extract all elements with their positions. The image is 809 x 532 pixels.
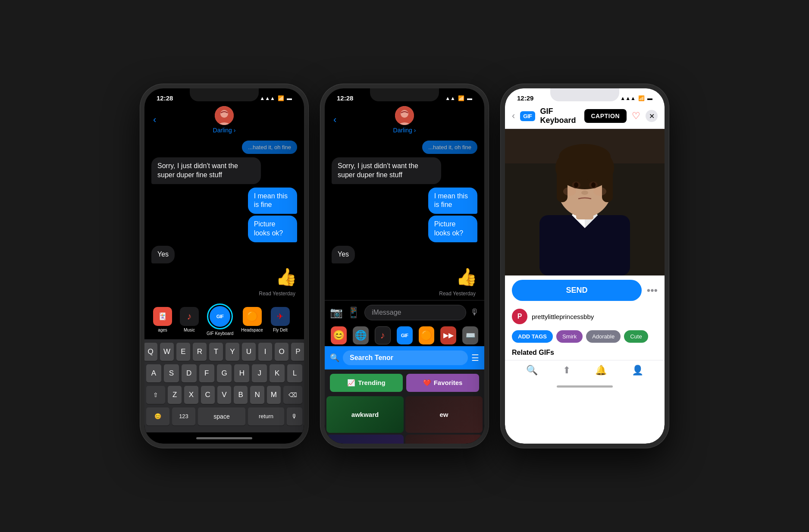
key-u[interactable]: U bbox=[242, 343, 256, 361]
app-icon-gif-2[interactable]: GIF bbox=[397, 326, 413, 344]
svg-point-1 bbox=[220, 110, 228, 118]
user-info-3: P prettylittleprincessbby bbox=[505, 305, 665, 328]
app-icon-headspace-2[interactable]: 🟠 bbox=[419, 326, 435, 344]
key-shift[interactable]: ⇧ bbox=[146, 386, 165, 404]
app-item-fly-1[interactable]: ✈ Fly Delt bbox=[271, 307, 290, 332]
app-icon-globe-2[interactable]: 🌐 bbox=[353, 326, 369, 344]
key-h[interactable]: H bbox=[234, 364, 249, 382]
close-button-3[interactable]: ✕ bbox=[646, 110, 658, 122]
key-k[interactable]: K bbox=[270, 364, 285, 382]
phone-3-inner: 12:29 ▲▲▲ 📶 ▬ ‹ GIF GIF Keyboard CAPTION… bbox=[505, 88, 665, 444]
app-item-headspace-1[interactable]: 🟠 Headspace bbox=[241, 307, 263, 332]
contact-1[interactable]: Darling › bbox=[213, 106, 236, 134]
app-label-headspace-1: Headspace bbox=[241, 328, 263, 332]
key-i[interactable]: I bbox=[258, 343, 272, 361]
camera-icon-2[interactable]: 📷 bbox=[330, 307, 343, 319]
search-nav-icon-3[interactable]: 🔍 bbox=[526, 365, 538, 376]
app-icon-fly-2[interactable]: ▶▶ bbox=[440, 326, 456, 344]
svg-point-20 bbox=[581, 191, 588, 195]
key-space[interactable]: space bbox=[198, 407, 245, 426]
key-e[interactable]: E bbox=[176, 343, 190, 361]
bubble-received-2: Sorry, I just didn't want the super dupe… bbox=[332, 157, 441, 184]
app-item-ages-1[interactable]: 🃏 ages bbox=[153, 307, 172, 332]
svg-point-19 bbox=[591, 182, 596, 188]
key-o[interactable]: O bbox=[275, 343, 288, 361]
gif-cell-angry-2[interactable]: angry bbox=[326, 435, 404, 444]
app-icon-music-2[interactable]: ♪ bbox=[375, 326, 391, 344]
key-t[interactable]: T bbox=[209, 343, 223, 361]
key-row-1d: 😊 123 space return 🎙 bbox=[146, 407, 302, 426]
svg-point-3 bbox=[401, 110, 408, 118]
bottom-bar-1 bbox=[144, 432, 304, 444]
more-button-3[interactable]: ••• bbox=[647, 285, 658, 297]
key-c[interactable]: C bbox=[201, 386, 215, 404]
gif-cell-surprised-2[interactable]: surprised bbox=[405, 435, 483, 444]
gif-back-btn-3[interactable]: ‹ bbox=[512, 110, 515, 122]
app-icon-memoji-2[interactable]: 😊 bbox=[331, 326, 347, 344]
contact-name-2[interactable]: Darling › bbox=[393, 127, 416, 134]
app-icon-keyboard-2[interactable]: ⌨️ bbox=[462, 326, 478, 344]
status-icons-1: ▲▲▲ 📶 ▬ bbox=[260, 95, 292, 101]
bell-nav-icon-3[interactable]: 🔔 bbox=[595, 365, 607, 376]
key-b[interactable]: B bbox=[234, 386, 248, 404]
battery-icon-1: ▬ bbox=[287, 95, 292, 101]
imessage-input-2[interactable]: iMessage bbox=[364, 305, 466, 320]
key-v[interactable]: V bbox=[217, 386, 231, 404]
app-label-ages-1: ages bbox=[158, 328, 167, 332]
key-s[interactable]: S bbox=[164, 364, 179, 382]
back-button-1[interactable]: ‹ bbox=[153, 114, 156, 125]
profile-nav-icon-3[interactable]: 👤 bbox=[632, 365, 643, 376]
heart-button-3[interactable]: ♡ bbox=[632, 110, 640, 122]
key-123[interactable]: 123 bbox=[172, 407, 195, 426]
trending-btn-2[interactable]: 📈 Trending bbox=[330, 374, 403, 392]
key-n[interactable]: N bbox=[250, 386, 264, 404]
tag-smirk-3[interactable]: Smirk bbox=[556, 330, 583, 343]
contact-2[interactable]: Darling › bbox=[393, 106, 416, 134]
key-l[interactable]: L bbox=[287, 364, 302, 382]
key-m[interactable]: M bbox=[267, 386, 281, 404]
back-button-2[interactable]: ‹ bbox=[333, 114, 336, 125]
apps-icon-2[interactable]: 📱 bbox=[347, 307, 360, 319]
key-d[interactable]: D bbox=[182, 364, 197, 382]
key-q[interactable]: Q bbox=[144, 343, 157, 361]
caption-button-3[interactable]: CAPTION bbox=[584, 109, 627, 123]
key-p[interactable]: P bbox=[291, 343, 304, 361]
home-indicator-3[interactable] bbox=[557, 385, 613, 388]
key-emoji[interactable]: 😊 bbox=[146, 407, 169, 426]
add-tags-btn-3[interactable]: ADD TAGS bbox=[512, 330, 553, 343]
key-y[interactable]: Y bbox=[226, 343, 239, 361]
key-z[interactable]: Z bbox=[168, 386, 182, 404]
key-mic[interactable]: 🎙 bbox=[287, 407, 302, 426]
app-item-music-1[interactable]: ♪ Music bbox=[180, 307, 199, 332]
share-nav-icon-3[interactable]: ⬆ bbox=[563, 365, 571, 376]
app-item-gif-1[interactable]: GIF GIF Keyboard bbox=[207, 304, 233, 336]
key-return[interactable]: return bbox=[248, 407, 284, 426]
phone-2-inner: 12:28 ▲▲ 📶 ▬ ‹ bbox=[325, 88, 484, 444]
favorites-btn-2[interactable]: ❤️ Favorites bbox=[406, 374, 479, 392]
gif-cell-awkward-2[interactable]: awkward bbox=[326, 396, 404, 433]
tag-cute-3[interactable]: Cute bbox=[624, 330, 648, 343]
key-r[interactable]: R bbox=[193, 343, 207, 361]
key-a[interactable]: A bbox=[146, 364, 161, 382]
gif-cell-ew-2[interactable]: ew bbox=[405, 396, 483, 433]
avatar-1 bbox=[215, 106, 234, 125]
contact-name-1[interactable]: Darling › bbox=[213, 127, 236, 134]
gif-preview-3 bbox=[505, 129, 665, 275]
tag-adorable-3[interactable]: Adorable bbox=[586, 330, 621, 343]
time-1: 12:28 bbox=[157, 94, 173, 102]
key-j[interactable]: J bbox=[252, 364, 267, 382]
signal-icon-1: ▲▲▲ bbox=[260, 95, 275, 101]
svg-rect-13 bbox=[557, 168, 568, 202]
mic-icon-2[interactable]: 🎙 bbox=[470, 307, 479, 317]
gif-search-input-2[interactable]: Search Tenor bbox=[343, 350, 468, 365]
key-delete[interactable]: ⌫ bbox=[283, 386, 302, 404]
messages-area-1: ...hated it, oh fine Sorry, I just didn'… bbox=[144, 137, 304, 300]
key-w[interactable]: W bbox=[160, 343, 174, 361]
key-g[interactable]: G bbox=[217, 364, 232, 382]
key-f[interactable]: F bbox=[199, 364, 214, 382]
battery-icon-3: ▬ bbox=[647, 95, 652, 101]
home-indicator-1[interactable] bbox=[196, 437, 252, 439]
send-button-3[interactable]: SEND bbox=[512, 280, 642, 301]
key-x[interactable]: X bbox=[184, 386, 198, 404]
filter-icon-2[interactable]: ☰ bbox=[471, 353, 479, 363]
